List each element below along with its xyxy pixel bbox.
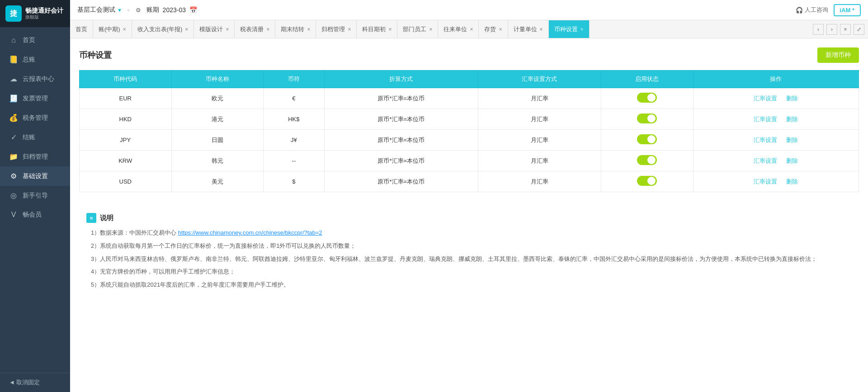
- tabbar: 首页 账(中期) × 收入支出表(年报) × 模版设计 × 税表清册 × 期末结…: [70, 20, 868, 38]
- tab-prev-button[interactable]: ‹: [813, 24, 824, 35]
- cell-name: 美元: [171, 171, 264, 192]
- tab-close-all-button[interactable]: ×: [840, 24, 851, 35]
- currency-table: 币种代码 币种名称 币符 折算方式 汇率设置方式 启用状态 操作 EUR 欧元 …: [79, 70, 859, 192]
- sidebar-item-label: 新手引导: [23, 192, 48, 200]
- tab-close-icon[interactable]: ×: [185, 26, 188, 33]
- rate-setting-link[interactable]: 汇率设置: [754, 137, 777, 143]
- tab-contacts[interactable]: 往来单位 ×: [438, 20, 479, 38]
- sidebar-item-settings[interactable]: ⚙ 基础设置: [0, 166, 70, 186]
- table-row: JPY 日圆 J¥ 原币*汇率=本位币 月汇率 汇率设置 删除: [80, 130, 859, 151]
- delete-link[interactable]: 删除: [786, 137, 798, 143]
- logo-icon: 捷: [5, 5, 22, 22]
- sidebar-item-label: 云报表中心: [23, 75, 54, 83]
- cell-method: 原币*汇率=本位币: [324, 109, 478, 130]
- sidebar-logo: 捷 畅捷通好会计 旗舰版: [0, 0, 70, 27]
- company-dropdown-icon[interactable]: ▾: [118, 6, 121, 14]
- cell-rate-type: 月汇率: [478, 109, 601, 130]
- cell-actions: 汇率设置 删除: [693, 171, 859, 192]
- new-currency-button[interactable]: 新增币种: [817, 47, 859, 63]
- cell-symbol: HK$: [264, 109, 325, 130]
- sidebar-nav: ⌂ 首页 📒 总账 ☁ 云报表中心 🧾 发票管理 💰 税务管理 ✓ 结账 📁 归…: [0, 27, 70, 373]
- tab-close-icon[interactable]: ×: [266, 26, 269, 33]
- page-content: 币种设置 新增币种 币种代码 币种名称 币符 折算方式 汇率设置方式 启用状态 …: [70, 38, 868, 392]
- tab-home[interactable]: 首页: [70, 20, 93, 38]
- kuaiji-button[interactable]: iAM *: [834, 4, 861, 16]
- table-row: KRW 韩元 -- 原币*汇率=本位币 月汇率 汇率设置 删除: [80, 151, 859, 171]
- delete-link[interactable]: 删除: [786, 95, 798, 102]
- tab-currency[interactable]: 币种设置 ×: [549, 20, 590, 38]
- page-title: 币种设置: [79, 50, 112, 61]
- enable-toggle[interactable]: [637, 93, 657, 103]
- tab-close-icon[interactable]: ×: [470, 26, 473, 33]
- tab-ledger-mid[interactable]: 账(中期) ×: [93, 20, 132, 38]
- tab-expand-button[interactable]: ⤢: [854, 24, 864, 35]
- tab-income-report[interactable]: 收入支出表(年报) ×: [132, 20, 194, 38]
- tab-next-button[interactable]: ›: [826, 24, 837, 35]
- tab-label: 税表清册: [240, 25, 264, 33]
- enable-toggle[interactable]: [637, 176, 657, 186]
- notes-link[interactable]: https://www.chinamoney.com.cn/chinese/bk…: [178, 229, 322, 236]
- tab-close-icon[interactable]: ×: [388, 26, 392, 33]
- sidebar-item-tax[interactable]: 💰 税务管理: [0, 108, 70, 128]
- tab-department[interactable]: 部门员工 ×: [397, 20, 438, 38]
- service-label: 人工咨询: [805, 6, 828, 14]
- sidebar-item-archive[interactable]: 📁 归档管理: [0, 147, 70, 166]
- tab-inventory[interactable]: 存货 ×: [479, 20, 508, 38]
- rate-setting-link[interactable]: 汇率设置: [754, 178, 777, 185]
- tab-archive[interactable]: 归档管理 ×: [316, 20, 357, 38]
- headset-icon: 🎧: [796, 7, 803, 14]
- tab-tax-table[interactable]: 税表清册 ×: [235, 20, 275, 38]
- sidebar-item-member[interactable]: V 畅会员: [0, 205, 70, 224]
- delete-link[interactable]: 删除: [786, 157, 798, 164]
- sidebar-item-label: 税务管理: [23, 114, 48, 122]
- tab-close-icon[interactable]: ×: [307, 26, 310, 33]
- ledger-icon: 📒: [9, 55, 18, 64]
- rate-setting-link[interactable]: 汇率设置: [754, 157, 777, 164]
- enable-toggle[interactable]: [637, 155, 657, 165]
- tab-label: 首页: [75, 25, 87, 33]
- col-header-code: 币种代码: [80, 71, 172, 88]
- notes-icon: ≡: [86, 213, 96, 223]
- rate-setting-link[interactable]: 汇率设置: [754, 116, 777, 123]
- tab-close-icon[interactable]: ×: [123, 26, 126, 33]
- tab-close-icon[interactable]: ×: [348, 26, 351, 33]
- rate-setting-link[interactable]: 汇率设置: [754, 95, 777, 102]
- sidebar-item-home[interactable]: ⌂ 首页: [0, 31, 70, 50]
- delete-link[interactable]: 删除: [786, 116, 798, 123]
- tab-unit[interactable]: 计量单位 ×: [508, 20, 549, 38]
- company-name[interactable]: 基层工会测试 ▾: [77, 6, 121, 14]
- service-button[interactable]: 🎧 人工咨询: [796, 6, 828, 14]
- closing-icon: ✓: [9, 133, 18, 142]
- tab-subject-init[interactable]: 科目期初 ×: [357, 20, 397, 38]
- member-icon: V: [9, 211, 18, 219]
- cell-name: 欧元: [171, 88, 264, 109]
- sidebar-item-ledger[interactable]: 📒 总账: [0, 50, 70, 69]
- tab-label: 计量单位: [514, 25, 537, 33]
- sidebar-item-invoice[interactable]: 🧾 发票管理: [0, 89, 70, 108]
- col-header-status: 启用状态: [601, 71, 693, 88]
- sidebar-item-reports[interactable]: ☁ 云报表中心: [0, 69, 70, 89]
- settings-icon-topbar[interactable]: ⚙: [136, 7, 141, 14]
- settings-icon: ⚙: [9, 172, 18, 180]
- main-area: 基层工会测试 ▾ + ⚙ 账期 2023-03 📅 🎧 人工咨询 iAM * 首…: [70, 0, 868, 392]
- separator: +: [127, 7, 130, 14]
- tab-close-icon[interactable]: ×: [540, 26, 543, 33]
- enable-toggle[interactable]: [637, 113, 657, 123]
- tab-close-icon[interactable]: ×: [226, 26, 229, 33]
- topbar-right: 🎧 人工咨询 iAM *: [796, 4, 861, 16]
- tab-template-design[interactable]: 模版设计 ×: [194, 20, 235, 38]
- sidebar-item-closing[interactable]: ✓ 结账: [0, 128, 70, 147]
- tab-close-icon[interactable]: ×: [580, 26, 584, 33]
- notes-list: 1）数据来源：中国外汇交易中心 https://www.chinamoney.c…: [86, 228, 852, 290]
- tab-period-end[interactable]: 期末结转 ×: [275, 20, 316, 38]
- tab-label: 币种设置: [554, 25, 578, 33]
- enable-toggle[interactable]: [637, 134, 657, 144]
- sidebar-item-guide[interactable]: ◎ 新手引导: [0, 186, 70, 205]
- cell-symbol: --: [264, 151, 325, 171]
- delete-link[interactable]: 删除: [786, 178, 798, 185]
- sidebar-unpin-button[interactable]: ◄ 取消固定: [0, 373, 70, 392]
- tab-close-icon[interactable]: ×: [429, 26, 432, 33]
- tab-label: 模版设计: [199, 25, 223, 33]
- tab-close-icon[interactable]: ×: [499, 26, 502, 33]
- calendar-icon[interactable]: 📅: [189, 6, 197, 14]
